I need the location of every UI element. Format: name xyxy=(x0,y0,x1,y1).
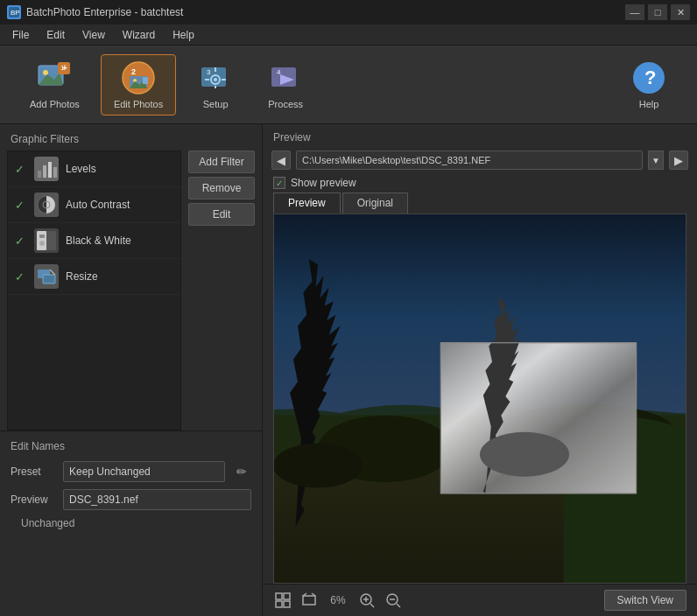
svg-rect-29 xyxy=(38,171,41,178)
menu-wizard[interactable]: Wizard xyxy=(114,27,164,43)
svg-line-58 xyxy=(370,604,374,607)
edit-filter-button[interactable]: Edit xyxy=(188,203,255,226)
filter-check-levels: ✓ xyxy=(15,163,27,176)
svg-rect-21 xyxy=(215,86,216,88)
tab-original[interactable]: Original xyxy=(342,192,408,214)
svg-rect-52 xyxy=(276,601,282,607)
maximize-button[interactable]: □ xyxy=(648,4,667,20)
nav-bar: ◀ ▼ ▶ xyxy=(263,147,697,173)
zoom-level: 6% xyxy=(326,594,350,606)
fit-width-button[interactable] xyxy=(273,591,292,610)
zoom-out-button[interactable] xyxy=(384,591,403,610)
toolbar-process[interactable]: 4 Process xyxy=(255,55,316,115)
preset-label: Preset xyxy=(11,466,56,478)
svg-rect-15 xyxy=(143,77,148,84)
svg-line-41 xyxy=(50,270,55,275)
preset-row: Preset Keep Unchanged Custom ✏ xyxy=(11,461,251,482)
left-panel: Graphic Filters ✓ xyxy=(0,124,263,616)
menu-help[interactable]: Help xyxy=(164,27,203,43)
add-photos-icon: + 1 xyxy=(37,60,72,95)
menu-view[interactable]: View xyxy=(74,27,114,43)
svg-line-62 xyxy=(397,604,400,607)
remove-filter-button[interactable]: Remove xyxy=(188,177,255,200)
window-controls: — □ ✕ xyxy=(625,4,690,20)
svg-rect-54 xyxy=(303,596,315,605)
svg-rect-22 xyxy=(205,79,209,80)
svg-rect-23 xyxy=(222,79,226,80)
toolbar-help[interactable]: ? Help xyxy=(618,55,679,115)
setup-icon: 3 xyxy=(198,60,233,95)
preview-image xyxy=(274,214,686,583)
titlebar: BP BatchPhoto Enterprise - batchtest — □… xyxy=(0,0,697,24)
process-label: Process xyxy=(268,99,303,109)
filter-item-levels[interactable]: ✓ Levels xyxy=(8,151,180,187)
help-icon: ? xyxy=(631,60,666,95)
tab-preview[interactable]: Preview xyxy=(273,192,341,214)
titlebar-left: BP BatchPhoto Enterprise - batchtest xyxy=(7,5,183,19)
toolbar-edit-photos[interactable]: 2 Edit Photos xyxy=(101,54,176,116)
filter-label-resize: Resize xyxy=(66,270,98,283)
filter-list: ✓ Levels ✓ xyxy=(7,150,181,430)
path-dropdown-button[interactable]: ▼ xyxy=(648,150,664,170)
preview-name-input[interactable] xyxy=(63,489,251,510)
svg-rect-37 xyxy=(39,234,45,238)
filter-check-autocontrast: ✓ xyxy=(15,199,27,212)
filter-item-resize[interactable]: ✓ Resize xyxy=(8,259,180,295)
filter-item-bw[interactable]: ✓ Black & White xyxy=(8,223,180,259)
svg-rect-53 xyxy=(284,601,290,607)
svg-text:?: ? xyxy=(644,66,656,88)
menu-file[interactable]: File xyxy=(4,27,38,43)
zoom-in-button[interactable] xyxy=(357,591,377,610)
svg-text:3: 3 xyxy=(207,68,211,76)
svg-rect-31 xyxy=(48,162,52,178)
nav-back-button[interactable]: ◀ xyxy=(271,150,291,170)
svg-text:2: 2 xyxy=(131,67,136,76)
show-preview-row: ✓ Show preview xyxy=(263,173,697,192)
help-label: Help xyxy=(639,99,659,109)
preset-edit-button[interactable]: ✏ xyxy=(232,462,251,481)
preview-row: Preview xyxy=(11,489,251,510)
filter-label-bw: Black & White xyxy=(66,234,131,247)
filter-item-autocontrast[interactable]: ✓ Auto Contrast xyxy=(8,187,180,223)
process-icon: 4 xyxy=(268,60,303,95)
unchanged-label: Unchanged xyxy=(11,517,251,535)
filter-buttons: Add Filter Remove Edit xyxy=(181,150,255,430)
preset-select[interactable]: Keep Unchanged Custom xyxy=(63,461,225,482)
svg-point-45 xyxy=(274,444,363,488)
menubar: File Edit View Wizard Help xyxy=(0,24,697,46)
svg-rect-40 xyxy=(43,275,55,284)
setup-label: Setup xyxy=(203,99,229,109)
filter-label-autocontrast: Auto Contrast xyxy=(66,199,130,211)
filter-icon-bw xyxy=(34,228,59,253)
preview-name-label: Preview xyxy=(11,494,56,506)
svg-rect-20 xyxy=(215,67,216,72)
add-photos-label: Add Photos xyxy=(30,99,80,109)
switch-view-button[interactable]: Switch View xyxy=(604,590,686,611)
filter-icon-autocontrast xyxy=(34,192,59,217)
show-preview-label: Show preview xyxy=(291,177,356,189)
add-filter-button[interactable]: Add Filter xyxy=(188,150,255,173)
svg-rect-51 xyxy=(284,593,290,599)
menu-edit[interactable]: Edit xyxy=(38,27,74,43)
edit-photos-icon: 2 xyxy=(121,60,156,95)
show-preview-checkbox[interactable]: ✓ xyxy=(273,177,285,189)
app-title: BatchPhoto Enterprise - batchtest xyxy=(26,6,183,18)
preview-title: Preview xyxy=(263,124,697,147)
svg-rect-50 xyxy=(276,593,282,599)
toolbar-setup[interactable]: 3 Setup xyxy=(185,55,246,115)
filter-icon-levels xyxy=(34,157,59,181)
edit-photos-label: Edit Photos xyxy=(114,99,163,109)
nav-forward-button[interactable]: ▶ xyxy=(669,150,688,170)
minimize-button[interactable]: — xyxy=(625,4,644,20)
main-content: Graphic Filters ✓ xyxy=(0,124,697,616)
filter-list-wrap: ✓ Levels ✓ xyxy=(7,150,181,430)
close-button[interactable]: ✕ xyxy=(671,4,690,20)
filter-icon-resize xyxy=(34,264,59,289)
svg-text:1: 1 xyxy=(60,64,65,72)
fit-page-button[interactable] xyxy=(299,591,319,610)
svg-point-19 xyxy=(214,78,217,81)
toolbar-add-photos[interactable]: + 1 Add Photos xyxy=(18,55,92,115)
edit-names-section: Edit Names Preset Keep Unchanged Custom … xyxy=(0,430,262,543)
path-input[interactable] xyxy=(296,150,643,170)
preview-area xyxy=(273,214,686,584)
